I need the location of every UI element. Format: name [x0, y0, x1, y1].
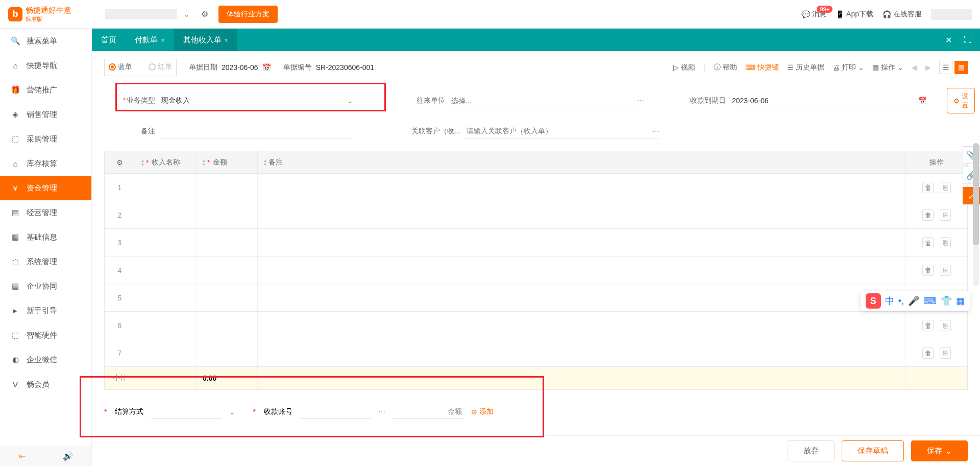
- ime-toolbox-icon[interactable]: ▦: [956, 295, 965, 307]
- next-icon[interactable]: ▶: [925, 63, 931, 72]
- delete-icon[interactable]: 🗑: [922, 320, 934, 331]
- sidebar-item-5[interactable]: ⌂库存核算: [0, 151, 91, 176]
- cell-remark[interactable]: [258, 284, 906, 311]
- app-download-button[interactable]: 📱 App下载: [836, 10, 873, 19]
- cell-income-name[interactable]: [135, 201, 197, 228]
- user-info-placeholder[interactable]: [931, 9, 972, 20]
- remark-input[interactable]: [159, 124, 353, 138]
- sidebar-item-3[interactable]: ◈销售管理: [0, 102, 91, 127]
- business-type-input[interactable]: [159, 94, 353, 108]
- col-remark[interactable]: ▴▾备注: [258, 151, 906, 173]
- online-service-button[interactable]: 🎧 在线客服: [883, 10, 922, 19]
- save-button[interactable]: 保存 ⌄: [911, 440, 968, 461]
- ime-mic-icon[interactable]: 🎤: [908, 295, 919, 307]
- settle-method-input[interactable]: [151, 404, 222, 419]
- messages-button[interactable]: 💬 消息 99+: [801, 10, 826, 19]
- tab-1[interactable]: 付款单×: [126, 29, 174, 51]
- table-row[interactable]: 1 🗑 ⎘: [105, 174, 967, 201]
- delete-icon[interactable]: 🗑: [922, 209, 934, 221]
- tab-0[interactable]: 首页: [92, 29, 126, 51]
- cell-income-name[interactable]: [135, 312, 197, 339]
- view-list-button[interactable]: ☰: [939, 61, 952, 74]
- sidebar-item-10[interactable]: ▤企业协同: [0, 274, 91, 298]
- amount-input[interactable]: [393, 404, 464, 419]
- table-row[interactable]: 7 🗑 ⎘: [105, 339, 967, 367]
- delete-icon[interactable]: 🗑: [922, 265, 934, 276]
- cell-amount[interactable]: [197, 312, 258, 339]
- radio-blue[interactable]: 蓝单: [105, 59, 136, 75]
- help-button[interactable]: ⓘ帮助: [714, 63, 737, 72]
- calendar-icon[interactable]: 📅: [262, 63, 271, 72]
- cell-amount[interactable]: [197, 201, 258, 228]
- sidebar-item-9[interactable]: ◌系统管理: [0, 249, 91, 274]
- ime-lang[interactable]: 中: [885, 295, 894, 307]
- table-row[interactable]: 3 🗑 ⎘: [105, 229, 967, 257]
- print-button[interactable]: 🖨打印⌄: [832, 63, 864, 72]
- doc-date-value[interactable]: 2023-06-06: [222, 63, 258, 72]
- account-input[interactable]: [300, 404, 371, 419]
- close-tab-icon[interactable]: ✕: [941, 33, 955, 47]
- cell-income-name[interactable]: [135, 284, 197, 311]
- col-income-name[interactable]: ▴▾*收入名称: [135, 151, 197, 173]
- partner-input[interactable]: [449, 94, 643, 108]
- cell-amount[interactable]: [197, 174, 258, 201]
- cell-remark[interactable]: [258, 312, 906, 339]
- more-icon[interactable]: ⋯: [378, 408, 385, 416]
- copy-icon[interactable]: ⎘: [940, 265, 951, 276]
- field-settings-button[interactable]: ⚙设置: [947, 88, 975, 113]
- sidebar-item-13[interactable]: ◐企业微信: [0, 347, 91, 372]
- cell-income-name[interactable]: [135, 229, 197, 256]
- prev-icon[interactable]: ◀: [912, 63, 917, 72]
- sidebar-item-2[interactable]: 🎁营销推广: [0, 78, 91, 102]
- cell-amount[interactable]: [197, 339, 258, 366]
- experience-button[interactable]: 体验行业方案: [218, 6, 278, 23]
- close-icon[interactable]: ×: [161, 36, 165, 44]
- ime-skin-icon[interactable]: 👕: [941, 295, 952, 307]
- more-icon[interactable]: ⋯: [637, 97, 644, 105]
- shortcut-button[interactable]: ⌨快捷键: [745, 63, 779, 72]
- delete-icon[interactable]: 🗑: [922, 182, 934, 193]
- sidebar-item-4[interactable]: ⬚采购管理: [0, 127, 91, 151]
- cell-amount[interactable]: [197, 284, 258, 311]
- tab-2[interactable]: 其他收入单×: [174, 29, 238, 51]
- sidebar-item-0[interactable]: 🔍搜索菜单: [0, 29, 91, 53]
- sidebar-item-14[interactable]: V畅会员: [0, 372, 91, 397]
- discard-button[interactable]: 放弃: [788, 440, 835, 461]
- cell-remark[interactable]: [258, 257, 906, 284]
- table-row[interactable]: 4 🗑 ⎘: [105, 257, 967, 284]
- table-row[interactable]: 5 🗑 ⎘: [105, 284, 967, 312]
- sidebar-item-12[interactable]: ⬚智能硬件: [0, 323, 91, 347]
- sidebar-item-6[interactable]: ¥资金管理: [0, 176, 91, 200]
- cell-income-name[interactable]: [135, 339, 197, 366]
- cell-remark[interactable]: [258, 339, 906, 366]
- scrollbar-thumb[interactable]: [973, 143, 979, 245]
- close-icon[interactable]: ×: [225, 36, 229, 44]
- ime-punct-icon[interactable]: •,: [898, 296, 904, 307]
- cell-income-name[interactable]: [135, 174, 197, 201]
- cell-remark[interactable]: [258, 229, 906, 256]
- table-settings-header[interactable]: ⚙: [105, 151, 135, 173]
- delete-icon[interactable]: 🗑: [922, 347, 934, 359]
- table-row[interactable]: 6 🗑 ⎘: [105, 312, 967, 339]
- sidebar-item-7[interactable]: ▤经营管理: [0, 200, 91, 225]
- vertical-scrollbar[interactable]: [973, 143, 979, 286]
- copy-icon[interactable]: ⎘: [940, 237, 951, 248]
- copy-icon[interactable]: ⎘: [940, 320, 951, 331]
- collapse-icon[interactable]: ⇤: [19, 451, 26, 461]
- operate-button[interactable]: ▦操作⌄: [872, 63, 903, 72]
- more-icon[interactable]: ⋯: [652, 127, 659, 135]
- cell-income-name[interactable]: [135, 257, 197, 284]
- expand-icon[interactable]: ⛶: [961, 33, 975, 47]
- table-row[interactable]: 2 🗑 ⎘: [105, 201, 967, 229]
- company-selector[interactable]: ⌄ ⚙ 体验行业方案: [105, 6, 278, 23]
- ime-toolbar[interactable]: S 中 •, 🎤 ⌨ 👕 ▦: [861, 291, 970, 311]
- related-customer-input[interactable]: [464, 124, 658, 138]
- save-draft-button[interactable]: 保存草稿: [842, 440, 904, 461]
- calendar-icon[interactable]: 📅: [918, 97, 926, 105]
- copy-icon[interactable]: ⎘: [940, 347, 951, 359]
- view-detail-button[interactable]: ▤: [954, 61, 968, 74]
- cell-amount[interactable]: [197, 229, 258, 256]
- cell-remark[interactable]: [258, 174, 906, 201]
- sidebar-item-11[interactable]: ▸新手引导: [0, 298, 91, 323]
- sound-icon[interactable]: 🔊: [63, 451, 73, 461]
